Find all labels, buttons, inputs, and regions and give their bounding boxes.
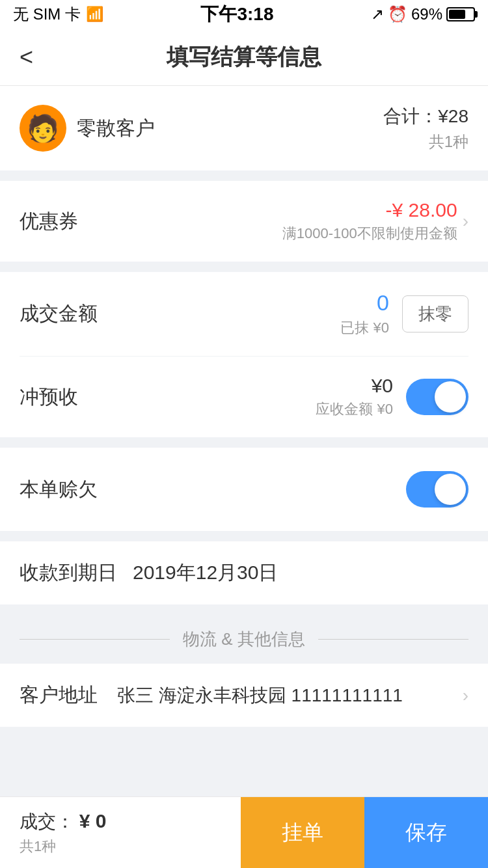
prepay-amount-sub: 应收金额 ¥0	[316, 400, 393, 419]
prepay-toggle[interactable]	[406, 379, 468, 415]
bottom-bar: 成交： ¥ 0 共1种 挂单 保存	[0, 796, 488, 868]
customer-avatar: 🧑	[20, 105, 66, 152]
bottom-deal-row: 成交： ¥ 0	[20, 809, 221, 834]
logistics-header: 物流 & 其他信息	[0, 615, 488, 664]
prepay-right: ¥0 应收金额 ¥0	[316, 375, 468, 419]
coupon-desc: 满1000-100不限制使用金额	[282, 224, 457, 243]
address-row[interactable]: 客户地址 张三 海淀永丰科技园 11111111111 ›	[0, 664, 488, 727]
battery-icon	[446, 7, 475, 21]
address-left: 客户地址 张三 海淀永丰科技园 11111111111	[20, 682, 403, 709]
page-title: 填写结算等信息	[167, 42, 321, 72]
logistics-section: 物流 & 其他信息 客户地址 张三 海淀永丰科技园 11111111111 ›	[0, 615, 488, 727]
toggle-thumb	[435, 381, 466, 413]
coupon-chevron-icon: ›	[463, 211, 468, 232]
location-icon: ↗	[371, 5, 384, 23]
coupon-label: 优惠券	[20, 208, 78, 235]
pending-button[interactable]: 挂单	[241, 797, 364, 869]
transaction-amount-value: 0	[340, 290, 389, 316]
no-sim-label: 无 SIM 卡	[13, 4, 81, 25]
save-button[interactable]: 保存	[364, 797, 488, 869]
coupon-right: -¥ 28.00 满1000-100不限制使用金额 ›	[282, 199, 468, 243]
round-zero-button[interactable]: 抹零	[402, 295, 468, 332]
address-chevron-icon: ›	[463, 685, 468, 706]
total-amount: 合计：¥28	[383, 104, 468, 129]
coupon-row[interactable]: 优惠券 -¥ 28.00 满1000-100不限制使用金额 ›	[0, 181, 488, 262]
logistics-divider: 物流 & 其他信息	[20, 628, 468, 651]
status-right: ↗ ⏰ 69%	[371, 5, 475, 23]
address-value: 张三 海淀永丰科技园 11111111111	[117, 683, 403, 708]
nav-bar: < 填写结算等信息	[0, 29, 488, 86]
bottom-deal-amount: ¥ 0	[79, 810, 107, 832]
debt-label: 本单赊欠	[20, 476, 98, 503]
customer-left: 🧑 零散客户	[20, 105, 155, 152]
prepay-amount-value: ¥0	[316, 375, 393, 397]
status-left: 无 SIM 卡 📶	[13, 4, 103, 25]
prepay-row: 冲预收 ¥0 应收金额 ¥0	[0, 357, 488, 437]
battery-fill	[449, 10, 465, 19]
transaction-amount-area: 0 已抹 ¥0	[340, 290, 389, 338]
coupon-discount: -¥ 28.00	[282, 199, 457, 221]
transaction-row: 成交金额 0 已抹 ¥0 抹零	[0, 272, 488, 356]
status-time: 下午3:18	[200, 2, 273, 27]
due-date-label: 收款到期日	[20, 560, 117, 586]
debt-section: 本单赊欠	[0, 448, 488, 531]
transaction-right: 0 已抹 ¥0 抹零	[340, 290, 468, 338]
bottom-info: 成交： ¥ 0 共1种	[0, 809, 241, 856]
bottom-spacer	[0, 727, 488, 805]
coupon-detail: -¥ 28.00 满1000-100不限制使用金额	[282, 199, 457, 243]
transaction-section: 成交金额 0 已抹 ¥0 抹零 冲预收 ¥0 应收金额 ¥0	[0, 272, 488, 437]
customer-name: 零散客户	[77, 115, 155, 142]
battery-percent: 69%	[411, 5, 442, 23]
wifi-icon: 📶	[86, 6, 103, 23]
divider-line-left	[20, 639, 170, 640]
back-button[interactable]: <	[20, 44, 33, 71]
avatar-icon: 🧑	[27, 113, 59, 144]
alarm-icon: ⏰	[388, 5, 407, 23]
customer-right: 合计：¥28 共1种	[383, 104, 468, 152]
transaction-amount-sub: 已抹 ¥0	[340, 318, 389, 338]
transaction-label: 成交金额	[20, 301, 98, 327]
bottom-deal-label: 成交：	[20, 811, 74, 832]
customer-row: 🧑 零散客户 合计：¥28 共1种	[0, 86, 488, 170]
total-count: 共1种	[383, 131, 468, 152]
logistics-label: 物流 & 其他信息	[183, 628, 305, 651]
debt-row: 本单赊欠	[0, 448, 488, 531]
address-key: 客户地址	[20, 682, 98, 709]
divider-line-right	[318, 639, 468, 640]
bottom-count: 共1种	[20, 837, 221, 856]
debt-toggle-thumb	[435, 474, 466, 505]
prepay-label: 冲预收	[20, 384, 78, 411]
due-date-value: 2019年12月30日	[133, 560, 278, 586]
prepay-amounts: ¥0 应收金额 ¥0	[316, 375, 393, 419]
debt-toggle[interactable]	[406, 471, 468, 508]
due-date-row: 收款到期日 2019年12月30日	[0, 541, 488, 604]
status-bar: 无 SIM 卡 📶 下午3:18 ↗ ⏰ 69%	[0, 0, 488, 29]
